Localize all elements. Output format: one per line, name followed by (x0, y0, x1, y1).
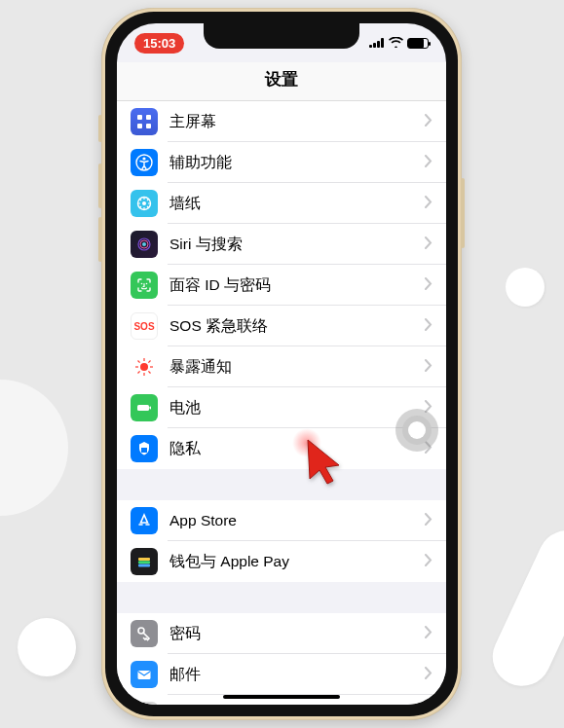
row-label: 暴露通知 (158, 357, 425, 378)
svg-rect-1 (146, 115, 151, 120)
row-label: 主屏幕 (158, 112, 425, 132)
svg-point-11 (141, 283, 143, 285)
home-screen-icon (131, 108, 158, 135)
row-accessibility[interactable]: 辅助功能 (117, 142, 446, 183)
row-label: SOS 紧急联络 (158, 316, 425, 337)
faceid-icon (131, 272, 158, 299)
wifi-icon (389, 34, 403, 52)
svg-rect-2 (137, 124, 142, 128)
svg-line-19 (148, 371, 150, 373)
row-label: Siri 与搜索 (158, 235, 425, 255)
chevron-right-icon (425, 195, 446, 212)
row-label: App Store (158, 512, 425, 529)
contacts-icon (131, 702, 158, 705)
assistive-touch-button[interactable] (395, 409, 438, 452)
row-label: 辅助功能 (158, 153, 425, 173)
row-siri[interactable]: Siri 与搜索 (117, 224, 446, 265)
svg-point-7 (142, 201, 146, 205)
svg-point-10 (142, 242, 146, 246)
svg-rect-23 (150, 407, 152, 410)
settings-list: 主屏幕 辅助功能 (117, 101, 446, 705)
svg-rect-3 (146, 124, 151, 128)
chevron-right-icon (425, 512, 446, 529)
svg-line-18 (138, 361, 140, 363)
row-home-screen[interactable]: 主屏幕 (117, 101, 446, 142)
background-decor (483, 521, 564, 695)
row-passwords[interactable]: 密码 (117, 613, 446, 654)
background-decor (0, 380, 68, 516)
notch (204, 23, 359, 49)
volume-up-button[interactable] (98, 164, 102, 208)
page-title: 设置 (117, 62, 446, 101)
svg-line-20 (148, 361, 150, 363)
row-wallet[interactable]: 钱包与 Apple Pay (117, 541, 446, 582)
wallpaper-icon (131, 190, 158, 217)
chevron-right-icon (425, 625, 446, 642)
row-label: 电池 (158, 398, 425, 419)
privacy-icon (131, 435, 158, 462)
sos-icon: SOS (131, 312, 158, 340)
screen: 15:03 设置 主屏幕 (117, 23, 446, 705)
svg-rect-0 (137, 115, 142, 120)
accessibility-icon (131, 149, 158, 176)
svg-line-21 (138, 371, 140, 373)
cellular-signal-icon (369, 38, 385, 48)
svg-rect-25 (138, 561, 150, 564)
chevron-right-icon (425, 236, 446, 253)
row-label: 密码 (158, 624, 425, 644)
mail-icon (131, 661, 158, 688)
passwords-icon (131, 620, 158, 647)
battery-icon (131, 394, 158, 421)
chevron-right-icon (425, 666, 446, 683)
chevron-right-icon (425, 154, 446, 171)
row-label: 墙纸 (158, 194, 425, 214)
svg-rect-22 (137, 405, 149, 411)
row-sos[interactable]: SOS SOS 紧急联络 (117, 306, 446, 346)
chevron-right-icon (425, 553, 446, 570)
mute-switch[interactable] (98, 115, 102, 142)
chevron-right-icon (425, 317, 446, 335)
row-label: 隐私 (158, 439, 425, 459)
row-appstore[interactable]: App Store (117, 500, 446, 541)
background-decor (506, 268, 545, 307)
chevron-right-icon (425, 113, 446, 130)
siri-icon (131, 231, 158, 258)
row-exposure[interactable]: 暴露通知 (117, 346, 446, 387)
appstore-icon (131, 507, 158, 534)
chevron-right-icon (425, 276, 446, 294)
wallet-icon (131, 548, 158, 575)
home-indicator[interactable] (223, 695, 340, 699)
status-time-recording[interactable]: 15:03 (134, 33, 184, 54)
row-faceid[interactable]: 面容 ID 与密码 (117, 265, 446, 306)
power-button[interactable] (461, 178, 465, 248)
row-label: 钱包与 Apple Pay (158, 552, 425, 572)
row-label: 面容 ID 与密码 (158, 275, 425, 296)
svg-rect-24 (138, 558, 150, 561)
chevron-right-icon (425, 358, 446, 376)
row-mail[interactable]: 邮件 (117, 654, 446, 695)
exposure-icon (131, 353, 158, 381)
svg-point-5 (142, 157, 145, 160)
svg-point-13 (140, 363, 148, 371)
svg-point-12 (146, 283, 148, 285)
svg-rect-26 (138, 564, 150, 566)
battery-icon (407, 38, 429, 49)
row-wallpaper[interactable]: 墙纸 (117, 183, 446, 224)
phone-frame: 15:03 设置 主屏幕 (101, 8, 462, 720)
background-decor (18, 618, 76, 676)
volume-down-button[interactable] (98, 217, 102, 262)
row-label: 邮件 (158, 665, 425, 685)
